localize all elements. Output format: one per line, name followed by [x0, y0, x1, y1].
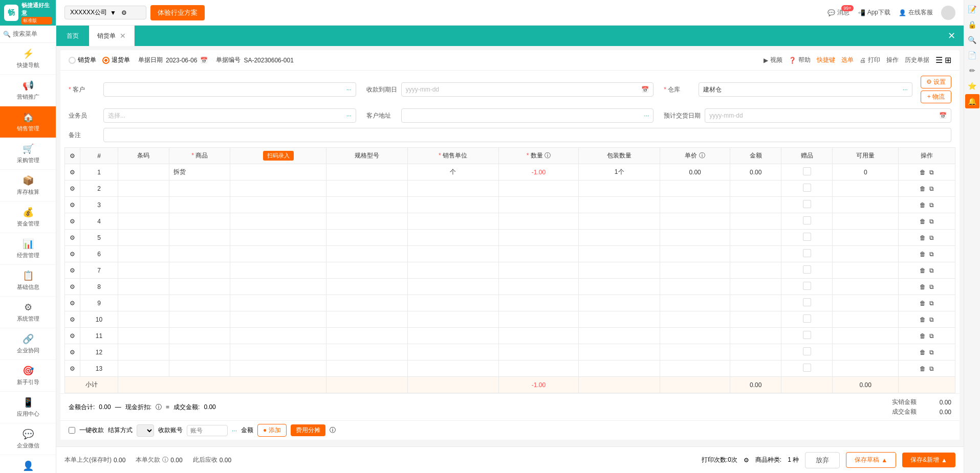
cell-product[interactable]	[169, 246, 230, 262]
right-icon-lock[interactable]: 🔒	[965, 17, 979, 32]
cell-amount[interactable]: 0.00	[730, 164, 781, 181]
note-input[interactable]	[103, 128, 951, 142]
cell-barcode[interactable]	[118, 344, 169, 361]
settings-form-btn[interactable]: ⚙ 设置	[921, 76, 951, 88]
action-video[interactable]: ▶ 视频	[764, 56, 782, 64]
sidebar-item-marketing[interactable]: 📢 营销推广	[0, 75, 56, 106]
cell-amount[interactable]	[730, 311, 781, 328]
cell-pack-qty[interactable]	[579, 246, 660, 262]
online-service-button[interactable]: 👤 在线客服	[899, 8, 933, 17]
cell-price[interactable]	[660, 181, 730, 197]
delete-icon[interactable]: 🗑	[920, 185, 926, 192]
company-selector[interactable]: XXXXXX公司 ▼ ⚙	[64, 6, 146, 19]
right-icon-pen[interactable]: ✏	[965, 63, 979, 78]
cell-barcode[interactable]	[118, 230, 169, 246]
cell-price[interactable]	[660, 361, 730, 377]
cell-gift[interactable]	[781, 295, 833, 311]
cell-spec[interactable]	[326, 197, 407, 213]
cell-gift[interactable]	[781, 262, 833, 279]
cell-amount[interactable]	[730, 213, 781, 230]
cell-price[interactable]	[660, 197, 730, 213]
cell-qty[interactable]	[498, 181, 579, 197]
right-icon-notification[interactable]: 🔔	[965, 94, 979, 108]
tab-sales-order[interactable]: 销货单 ✕	[89, 26, 135, 46]
cell-pack-qty[interactable]	[579, 279, 660, 295]
sidebar-item-member[interactable]: 👤 畅会员	[0, 455, 56, 473]
salesperson-input[interactable]: 选择... ···	[103, 108, 356, 123]
tab-home[interactable]: 首页	[56, 26, 89, 46]
cell-pack-qty[interactable]	[579, 230, 660, 246]
delete-icon[interactable]: 🗑	[920, 251, 926, 258]
message-button[interactable]: 💬 消息 99+	[827, 8, 850, 17]
trial-button[interactable]: 体验行业方案	[150, 5, 205, 20]
cell-settings[interactable]: ⚙	[65, 181, 80, 197]
right-icon-search[interactable]: 🔍	[965, 33, 979, 47]
sidebar-item-purchase[interactable]: 🛒 采购管理	[0, 138, 56, 170]
cell-barcode[interactable]	[118, 164, 169, 181]
cell-product[interactable]	[169, 311, 230, 328]
copy-icon[interactable]: ⧉	[929, 283, 934, 290]
date-icon[interactable]: 📅	[200, 57, 208, 64]
sidebar-item-system[interactable]: ⚙ 系统管理	[0, 297, 56, 328]
save-draft-button[interactable]: 保存草稿 ▲	[846, 452, 896, 468]
copy-icon[interactable]: ⧉	[929, 349, 934, 356]
customer-addr-input[interactable]: ···	[401, 108, 654, 123]
cell-qty[interactable]	[498, 328, 579, 344]
cell-settings[interactable]: ⚙	[65, 361, 80, 377]
cell-settings[interactable]: ⚙	[65, 328, 80, 344]
cell-price[interactable]	[660, 295, 730, 311]
save-new-dropdown-icon[interactable]: ▲	[941, 457, 947, 464]
cell-qty[interactable]: -1.00	[498, 164, 579, 181]
cell-pack-qty[interactable]	[579, 311, 660, 328]
cell-spec[interactable]	[326, 262, 407, 279]
dots-account[interactable]: ···	[232, 427, 237, 434]
copy-icon[interactable]: ⧉	[929, 251, 934, 258]
copy-icon[interactable]: ⧉	[929, 185, 934, 192]
cell-amount[interactable]	[730, 328, 781, 344]
view-list-icon[interactable]: ☰	[935, 55, 943, 65]
action-print[interactable]: 🖨 打印	[860, 56, 880, 64]
cell-price[interactable]	[660, 213, 730, 230]
cell-unit[interactable]	[407, 344, 498, 361]
cell-pack-qty[interactable]	[579, 213, 660, 230]
cell-qty[interactable]	[498, 279, 579, 295]
cell-barcode[interactable]	[118, 295, 169, 311]
cell-gift[interactable]	[781, 197, 833, 213]
copy-icon[interactable]: ⧉	[929, 300, 934, 307]
cell-amount[interactable]	[730, 295, 781, 311]
radio-sale-order[interactable]: 销货单	[69, 56, 96, 64]
action-select[interactable]: 选单	[841, 56, 854, 64]
cell-unit[interactable]	[407, 295, 498, 311]
cell-product[interactable]	[169, 295, 230, 311]
right-icon-edit[interactable]: 📝	[965, 2, 979, 16]
cell-spec[interactable]	[326, 181, 407, 197]
delete-icon[interactable]: 🗑	[920, 283, 926, 290]
cell-product[interactable]	[169, 197, 230, 213]
cell-pack-qty[interactable]	[579, 295, 660, 311]
copy-icon[interactable]: ⧉	[929, 316, 934, 323]
cell-price[interactable]	[660, 262, 730, 279]
cell-barcode[interactable]	[118, 181, 169, 197]
delete-icon[interactable]: 🗑	[920, 267, 926, 274]
cell-price[interactable]	[660, 279, 730, 295]
discard-button[interactable]: 放弃	[805, 452, 840, 468]
tab-close-icon[interactable]: ✕	[120, 32, 126, 40]
cell-unit[interactable]	[407, 230, 498, 246]
cell-barcode[interactable]	[118, 328, 169, 344]
cell-settings[interactable]: ⚙	[65, 230, 80, 246]
delete-icon[interactable]: 🗑	[920, 332, 926, 340]
add-payment-button[interactable]: ● 添加	[257, 424, 287, 437]
cell-pack-qty[interactable]	[579, 181, 660, 197]
copy-icon[interactable]: ⧉	[929, 234, 934, 241]
cell-qty[interactable]	[498, 344, 579, 361]
cell-unit[interactable]: 个	[407, 164, 498, 181]
cell-gift[interactable]	[781, 344, 833, 361]
expense-split-button[interactable]: 费用分摊	[291, 424, 325, 436]
cell-settings[interactable]: ⚙	[65, 164, 80, 181]
cell-unit[interactable]	[407, 361, 498, 377]
logistics-form-btn[interactable]: + 物流	[921, 91, 951, 103]
cell-unit[interactable]	[407, 213, 498, 230]
right-icon-document[interactable]: 📄	[965, 48, 979, 62]
print-settings-icon[interactable]: ⚙	[744, 457, 749, 464]
cell-spec[interactable]	[326, 344, 407, 361]
